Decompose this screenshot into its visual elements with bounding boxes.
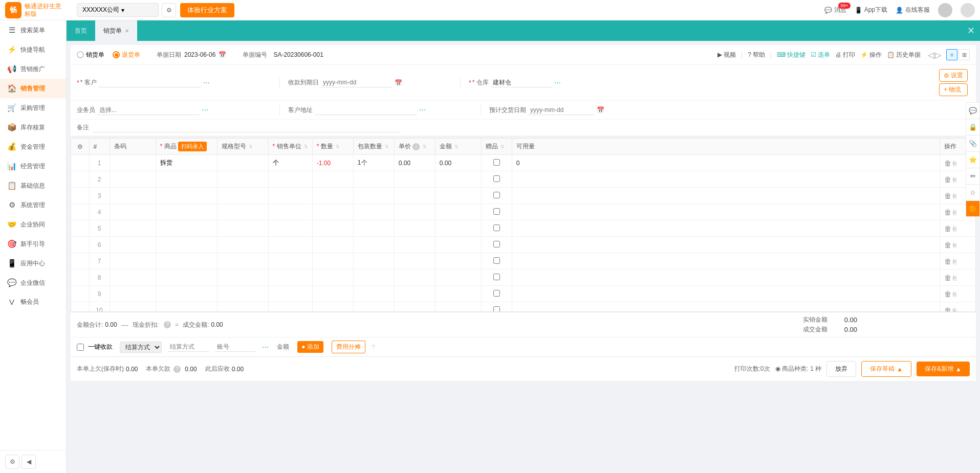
nav-next-icon[interactable]: ▷ [935, 50, 941, 60]
rsf-comment-btn[interactable]: 💬 [966, 102, 980, 119]
account-expand-icon[interactable]: ··· [262, 343, 269, 352]
tab-sales-order[interactable]: 销货单 ✕ [95, 20, 137, 41]
row-copy-btn[interactable]: ⎘ [953, 258, 956, 265]
row-barcode-cell[interactable] [110, 155, 156, 171]
row-qty-cell[interactable] [312, 220, 353, 237]
customer-address-input[interactable] [315, 105, 417, 115]
row-unit-cell[interactable] [268, 155, 312, 171]
trial-button[interactable]: 体验行业方案 [180, 3, 234, 17]
video-btn[interactable]: ▶ 视频 [717, 51, 736, 59]
row-spec-cell[interactable] [217, 188, 268, 204]
row-price-cell[interactable] [394, 171, 435, 188]
row-copy-btn[interactable]: ⎘ [953, 275, 956, 282]
customer-expand-icon[interactable]: ··· [203, 78, 210, 87]
rsf-orange-btn[interactable]: 🟠 [966, 200, 980, 217]
row-gift-cell[interactable] [481, 237, 512, 253]
row-gift-cell[interactable] [481, 155, 512, 171]
row-copy-btn[interactable]: ⎘ [953, 209, 956, 216]
sidebar-item-member[interactable]: V 畅会员 [0, 292, 66, 311]
row-pack-cell[interactable] [353, 204, 394, 220]
sidebar-item-search[interactable]: ☰ 搜索菜单 [0, 20, 66, 40]
row-barcode-cell[interactable] [110, 204, 156, 220]
salesperson-expand-icon[interactable]: ··· [202, 105, 208, 115]
row-copy-btn[interactable]: ⎘ [953, 242, 956, 249]
row-price-cell[interactable] [394, 237, 435, 253]
row-amount-cell[interactable] [435, 171, 481, 188]
row-gift-cell[interactable] [481, 204, 512, 220]
row-qty-cell[interactable] [312, 302, 353, 312]
row-qty-cell[interactable] [312, 188, 353, 204]
sidebar-item-sales[interactable]: 🏠 销售管理 [0, 79, 66, 98]
row-copy-btn[interactable]: ⎘ [953, 291, 956, 298]
row-delete-btn[interactable]: 🗑 [944, 175, 951, 184]
add-payment-btn[interactable]: ● 添加 [297, 341, 323, 353]
row-copy-btn[interactable]: ⎘ [953, 160, 956, 167]
row-delete-btn[interactable]: 🗑 [944, 159, 951, 167]
row-price-cell[interactable] [394, 220, 435, 237]
expense-split-btn[interactable]: 费用分摊 [332, 341, 365, 353]
row-delete-btn[interactable]: 🗑 [944, 290, 951, 298]
expected-calendar-icon[interactable]: 📅 [597, 106, 604, 114]
sidebar-item-system[interactable]: ⚙ 系统管理 [0, 195, 66, 215]
row-pack-cell[interactable] [353, 188, 394, 204]
sidebar-item-business[interactable]: 📊 经营管理 [0, 156, 66, 176]
row-qty-cell[interactable] [312, 237, 353, 253]
logistics-button[interactable]: + 物流 [939, 83, 968, 96]
sidebar-item-purchase[interactable]: 🛒 采购管理 [0, 98, 66, 118]
row-gift-cell[interactable] [481, 171, 512, 188]
row-qty-cell[interactable] [312, 171, 353, 188]
price-info-icon[interactable]: i [412, 143, 420, 150]
row-unit-cell[interactable] [268, 220, 312, 237]
collapse-btn[interactable]: ◀ [21, 455, 36, 469]
row-product-cell[interactable] [156, 188, 217, 204]
column-settings-icon[interactable]: ⚙ [77, 143, 83, 150]
row-gift-cell[interactable] [481, 302, 512, 312]
row-copy-btn[interactable]: ⎘ [953, 307, 956, 312]
row-pack-cell[interactable] [353, 302, 394, 312]
row-price-cell[interactable] [394, 269, 435, 286]
row-product-cell[interactable] [156, 220, 217, 237]
calendar-icon[interactable]: 📅 [219, 51, 226, 58]
app-download-btn[interactable]: 📱 App下载 [855, 6, 887, 14]
nav-prev-icon[interactable]: ◁ [928, 50, 934, 60]
settings-icon[interactable]: ⚙ [162, 3, 176, 17]
row-pack-cell[interactable]: 1个 [353, 155, 394, 171]
tab-home[interactable]: 首页 [67, 20, 95, 41]
row-pack-cell[interactable] [353, 171, 394, 188]
row-spec-cell[interactable] [217, 220, 268, 237]
row-pack-cell[interactable] [353, 269, 394, 286]
address-expand-icon[interactable]: ··· [419, 105, 426, 115]
row-unit-cell[interactable] [268, 302, 312, 312]
payment-calendar-icon[interactable]: 📅 [395, 79, 402, 86]
row-barcode-cell[interactable] [110, 253, 156, 269]
row-amount-cell[interactable] [435, 253, 481, 269]
row-unit-cell[interactable] [268, 237, 312, 253]
rsf-clip-btn[interactable]: 📎 [966, 135, 980, 151]
row-spec-cell[interactable] [217, 302, 268, 312]
row-gift-cell[interactable] [481, 286, 512, 302]
customer-input[interactable] [99, 78, 201, 87]
row-barcode-cell[interactable] [110, 171, 156, 188]
row-gift-cell[interactable] [481, 220, 512, 237]
discount-info-icon[interactable]: ? [164, 321, 171, 328]
row-copy-btn[interactable]: ⎘ [953, 176, 956, 184]
salesperson-input[interactable] [97, 105, 200, 115]
row-delete-btn[interactable]: 🗑 [944, 306, 951, 312]
sidebar-item-marketing[interactable]: 📢 营销推广 [0, 59, 66, 79]
settings-button[interactable]: ⚙ 设置 [939, 69, 968, 82]
sidebar-item-quick-nav[interactable]: ⚡ 快捷导航 [0, 40, 66, 59]
help-btn[interactable]: ? 帮助 [748, 51, 765, 59]
owed-info-icon[interactable]: ? [173, 366, 181, 373]
payment-help-icon[interactable]: ? [372, 344, 375, 351]
remark-input[interactable] [93, 123, 400, 132]
row-qty-cell[interactable]: -1.00 [312, 155, 353, 171]
row-unit-cell[interactable] [268, 171, 312, 188]
message-btn[interactable]: 💬 消息 99+ [824, 6, 846, 14]
row-gift-cell[interactable] [481, 269, 512, 286]
row-amount-cell[interactable] [435, 204, 481, 220]
discard-button[interactable]: 放弃 [826, 361, 856, 377]
warehouse-input[interactable] [491, 78, 552, 87]
sidebar-item-app[interactable]: 📱 应用中心 [0, 254, 66, 273]
row-barcode-cell[interactable] [110, 220, 156, 237]
row-spec-cell[interactable] [217, 269, 268, 286]
